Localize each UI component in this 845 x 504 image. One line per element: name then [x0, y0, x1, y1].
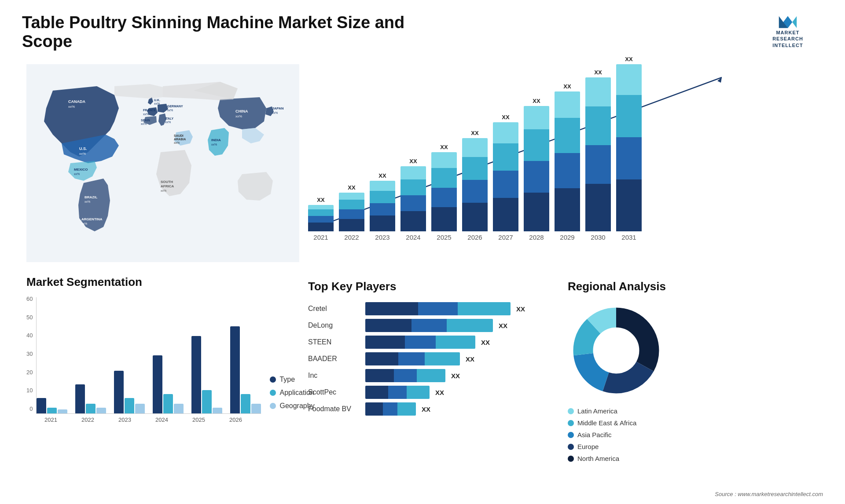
svg-text:SOUTH: SOUTH: [161, 180, 173, 184]
world-map: CANADA xx% U.S. xx% MEXICO xx% BRAZIL xx…: [26, 64, 299, 262]
svg-text:U.S.: U.S.: [79, 146, 87, 151]
source-text: Source : www.marketresearchintellect.com: [715, 491, 823, 497]
seg-x-labels: 2021 2022 2023 2024 2025 2026: [36, 416, 261, 423]
page-title: Table Poultry Skinning Machine Market Si…: [22, 13, 418, 51]
svg-text:xx%: xx%: [74, 172, 80, 175]
players-list: Cretel XX DeLong: [308, 302, 550, 416]
svg-text:ARABIA: ARABIA: [174, 138, 186, 141]
svg-text:xx%: xx%: [235, 114, 242, 118]
legend-europe: Europe: [568, 443, 810, 450]
seg-chart: 0 10 20 30 40 50 60: [26, 296, 290, 423]
svg-text:xx%: xx%: [161, 189, 166, 192]
segmentation-section: Market Segmentation 0 10 20 30 40 50 60: [22, 271, 295, 504]
bar-2025: XX: [431, 144, 457, 231]
player-delong: DeLong XX: [308, 319, 550, 332]
map-section: CANADA xx% U.S. xx% MEXICO xx% BRAZIL xx…: [22, 60, 295, 271]
bar-2031: XX: [616, 56, 642, 231]
player-baader: BAADER XX: [308, 352, 550, 365]
regional-title: Regional Analysis: [568, 280, 810, 293]
svg-text:CHINA: CHINA: [235, 109, 248, 113]
regional-legend: Latin America Middle East & Africa Asia …: [568, 407, 810, 462]
logo-icon: [772, 13, 803, 29]
svg-text:MEXICO: MEXICO: [74, 168, 88, 172]
bar-2026: XX: [462, 130, 488, 231]
page-container: Table Poultry Skinning Machine Market Si…: [0, 0, 845, 504]
player-foodmate: Foodmate BV XX: [308, 402, 550, 416]
growth-bars: XX XX: [308, 64, 810, 231]
svg-text:xx%: xx%: [141, 122, 147, 125]
svg-text:FRANCE: FRANCE: [143, 109, 156, 112]
bar-2030: XX: [585, 69, 611, 231]
bar-2023: XX: [370, 172, 395, 231]
svg-text:SPAIN: SPAIN: [141, 119, 150, 122]
svg-text:JAPAN: JAPAN: [272, 106, 284, 110]
bar-2021: XX: [308, 197, 334, 231]
bar-2028: XX: [524, 98, 549, 231]
seg-bars: [36, 297, 261, 414]
svg-text:ITALY: ITALY: [165, 117, 173, 120]
segmentation-title: Market Segmentation: [26, 275, 290, 289]
bottom-right: Top Key Players Cretel XX: [295, 271, 823, 504]
svg-text:ARGENTINA: ARGENTINA: [81, 217, 103, 221]
key-players-title: Top Key Players: [308, 280, 550, 293]
player-cretel: Cretel XX: [308, 302, 550, 315]
svg-text:xx%: xx%: [165, 121, 171, 124]
svg-text:INDIA: INDIA: [211, 138, 221, 142]
svg-text:xx%: xx%: [79, 152, 86, 156]
key-players-section: Top Key Players Cretel XX: [299, 275, 559, 504]
header: Table Poultry Skinning Machine Market Si…: [22, 13, 823, 51]
svg-text:xx%: xx%: [84, 200, 90, 203]
svg-text:xx%: xx%: [68, 105, 75, 109]
svg-text:SAUDI: SAUDI: [174, 134, 184, 137]
svg-text:xx%: xx%: [272, 111, 278, 114]
main-grid: CANADA xx% U.S. xx% MEXICO xx% BRAZIL xx…: [22, 60, 823, 504]
logo-text: MARKET RESEARCH INTELLECT: [772, 29, 803, 48]
donut-chart: [568, 302, 665, 399]
svg-text:GERMANY: GERMANY: [167, 105, 183, 108]
logo: MARKET RESEARCH INTELLECT: [753, 13, 823, 48]
regional-section: Regional Analysis: [559, 275, 819, 504]
svg-text:xx%: xx%: [211, 143, 217, 146]
player-steen: STEEN XX: [308, 336, 550, 349]
svg-text:xx%: xx%: [143, 113, 149, 116]
legend-asia-pacific: Asia Pacific: [568, 431, 810, 438]
bar-2029: XX: [555, 83, 580, 231]
svg-text:CANADA: CANADA: [68, 99, 85, 104]
chart-x-axis: 2021 2022 2023 2024 2025 2026 2027 2028 …: [308, 234, 810, 241]
chart-section: XX XX: [295, 60, 823, 271]
bar-2027: XX: [493, 114, 518, 231]
player-inc: Inc XX: [308, 369, 550, 382]
seg-y-axis: 0 10 20 30 40 50 60: [26, 296, 33, 423]
svg-point-43: [594, 329, 638, 373]
bar-2024: XX: [400, 158, 426, 231]
svg-text:xx%: xx%: [81, 222, 87, 225]
legend-north-america: North America: [568, 455, 810, 462]
svg-text:AFRICA: AFRICA: [161, 184, 174, 188]
svg-text:U.K.: U.K.: [154, 99, 160, 102]
legend-latin-america: Latin America: [568, 407, 810, 415]
legend-middle-east-africa: Middle East & Africa: [568, 419, 810, 427]
svg-text:xx%: xx%: [174, 141, 180, 144]
bar-2022: XX: [339, 184, 364, 231]
player-scottpec: ScottPec XX: [308, 386, 550, 399]
svg-text:xx%: xx%: [167, 109, 173, 112]
svg-text:BRAZIL: BRAZIL: [84, 195, 97, 199]
